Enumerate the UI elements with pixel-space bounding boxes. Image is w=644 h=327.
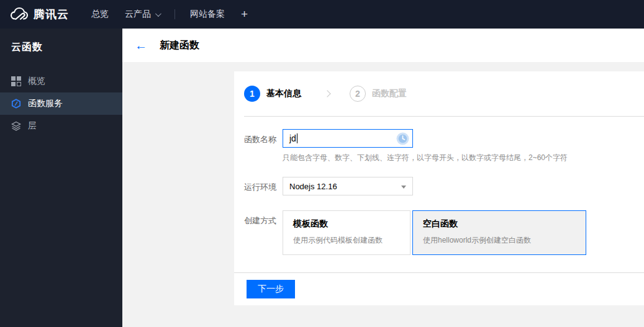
step-function-config: 2 函数配置 xyxy=(350,86,407,102)
creation-method-label: 创建方式 xyxy=(244,210,283,255)
nav-item-cloud-products[interactable]: 云产品 xyxy=(125,9,160,20)
content-area: 1 基本信息 2 函数配置 函数名称 jd xyxy=(122,62,644,327)
clock-icon[interactable] xyxy=(396,132,409,145)
sidebar-menu: 概览 函数服务 层 xyxy=(0,70,122,137)
page-title: 新建函数 xyxy=(160,39,199,52)
creation-method-row: 创建方式 模板函数 使用示例代码模板创建函数 空白函数 使用helloworld… xyxy=(244,210,644,255)
step-number: 2 xyxy=(350,86,366,102)
back-button[interactable]: ← xyxy=(135,39,147,52)
runtime-label: 运行环境 xyxy=(244,177,283,195)
sidebar-item-label: 函数服务 xyxy=(28,98,63,109)
nav-item-cloud-products-label: 云产品 xyxy=(125,9,151,20)
nav-item-website-record[interactable]: 网站备案 xyxy=(190,9,225,20)
basic-info-form: 函数名称 jd 只能包含字母、数字、下划线、连 xyxy=(234,117,644,272)
step-label: 基本信息 xyxy=(266,88,301,99)
select-caret-icon xyxy=(401,186,406,189)
step-label: 函数配置 xyxy=(372,88,407,99)
method-card-title: 空白函数 xyxy=(423,218,576,230)
runtime-select[interactable]: Nodejs 12.16 xyxy=(283,177,413,195)
step-number: 1 xyxy=(244,86,260,102)
function-name-input[interactable]: jd xyxy=(283,129,413,148)
step-indicator: 1 基本信息 2 函数配置 xyxy=(234,71,644,116)
next-step-button[interactable]: 下一步 xyxy=(247,280,295,298)
topbar: 腾讯云 总览 云产品 网站备案 + xyxy=(0,0,644,29)
topbar-nav: 总览 云产品 网站备案 + xyxy=(69,7,248,21)
page-header: ← 新建函数 xyxy=(122,29,644,62)
create-function-card: 1 基本信息 2 函数配置 函数名称 jd xyxy=(234,71,644,305)
function-service-icon xyxy=(11,99,21,109)
function-name-value: jd xyxy=(289,133,296,143)
grid-icon xyxy=(11,76,21,86)
method-card-title: 模板函数 xyxy=(293,218,400,230)
method-card-desc: 使用示例代码模板创建函数 xyxy=(293,235,400,246)
brand-logo[interactable]: 腾讯云 xyxy=(0,7,69,22)
sidebar-item-overview[interactable]: 概览 xyxy=(0,70,122,92)
runtime-row: 运行环境 Nodejs 12.16 xyxy=(244,177,644,195)
brand-name: 腾讯云 xyxy=(34,7,69,22)
nav-item-overview[interactable]: 总览 xyxy=(91,9,109,20)
topbar-divider xyxy=(175,9,175,19)
card-footer: 下一步 xyxy=(234,273,644,305)
add-nav-button[interactable]: + xyxy=(241,7,248,21)
method-card-blank-function[interactable]: 空白函数 使用helloworld示例创建空白函数 xyxy=(412,210,586,255)
text-cursor xyxy=(297,133,297,143)
sidebar-item-label: 概览 xyxy=(28,76,45,87)
method-card-template-function[interactable]: 模板函数 使用示例代码模板创建函数 xyxy=(283,210,410,255)
sidebar-item-function-service[interactable]: 函数服务 xyxy=(0,92,122,115)
chevron-right-icon xyxy=(324,90,330,97)
chevron-down-icon xyxy=(155,11,161,17)
function-name-help: 只能包含字母、数字、下划线、连字符，以字母开头，以数字或字母结尾，2~60个字符 xyxy=(283,153,568,163)
creation-method-options: 模板函数 使用示例代码模板创建函数 空白函数 使用helloworld示例创建空… xyxy=(283,210,586,255)
layers-icon xyxy=(11,121,21,131)
method-card-desc: 使用helloworld示例创建空白函数 xyxy=(423,235,576,246)
sidebar: 云函数 概览 函数服务 xyxy=(0,29,122,327)
sidebar-item-layers[interactable]: 层 xyxy=(0,115,122,137)
sidebar-title: 云函数 xyxy=(0,29,122,54)
step-basic-info: 1 基本信息 xyxy=(244,86,301,102)
tencent-cloud-logo-icon xyxy=(10,7,29,22)
sidebar-item-label: 层 xyxy=(28,120,37,132)
runtime-value: Nodejs 12.16 xyxy=(289,182,337,191)
function-name-label: 函数名称 xyxy=(244,129,283,163)
function-name-row: 函数名称 jd 只能包含字母、数字、下划线、连 xyxy=(244,129,644,163)
